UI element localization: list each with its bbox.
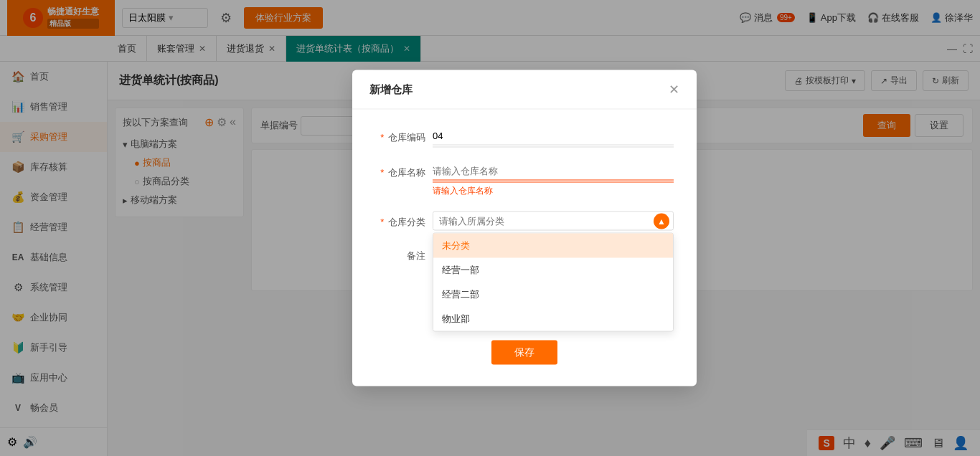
name-label: * 仓库名称 (375, 162, 425, 179)
code-field (433, 127, 674, 148)
category-input-wrap: ▲ (433, 212, 674, 231)
required-star3: * (380, 217, 384, 227)
chevron-up-icon[interactable]: ▲ (654, 213, 669, 229)
dialog-footer: 保存 (352, 341, 697, 365)
name-field-row: * 仓库名称 请输入仓库名称 (375, 162, 674, 197)
dropdown-item-ops2[interactable]: 经营二部 (433, 282, 673, 306)
dropdown-item-uncategorized[interactable]: 未分类 (433, 233, 673, 257)
code-label: * 仓库编码 (375, 127, 425, 144)
dialog-close-button[interactable]: ✕ (669, 82, 679, 98)
category-input[interactable] (433, 212, 674, 231)
category-dropdown: 未分类 经营一部 经营二部 物业部 (433, 232, 674, 331)
category-field-row: * 仓库分类 ▲ 未分类 经营一部 经营二部 物业部 (375, 212, 674, 231)
dropdown-item-ops1[interactable]: 经营一部 (433, 257, 673, 282)
name-input[interactable] (433, 162, 674, 181)
dialog-title: 新增仓库 (369, 82, 413, 96)
code-input[interactable] (433, 127, 674, 146)
name-field: 请输入仓库名称 (433, 162, 674, 197)
name-error-msg: 请输入仓库名称 (433, 185, 674, 197)
name-underline-error (433, 182, 674, 183)
add-warehouse-dialog: 新增仓库 ✕ * 仓库编码 * 仓库名称 请输入仓库名称 (352, 70, 697, 386)
required-star2: * (380, 167, 384, 178)
code-underline (433, 147, 674, 148)
required-star: * (380, 132, 384, 143)
dialog-body: * 仓库编码 * 仓库名称 请输入仓库名称 * 仓库分类 (352, 110, 697, 341)
save-button[interactable]: 保存 (491, 341, 557, 365)
dropdown-item-property[interactable]: 物业部 (433, 306, 673, 331)
code-field-row: * 仓库编码 (375, 127, 674, 148)
category-label: * 仓库分类 (375, 212, 425, 229)
dialog-header: 新增仓库 ✕ (352, 70, 697, 110)
note-label: 备注 (375, 245, 425, 262)
category-field: ▲ 未分类 经营一部 经营二部 物业部 (433, 212, 674, 231)
